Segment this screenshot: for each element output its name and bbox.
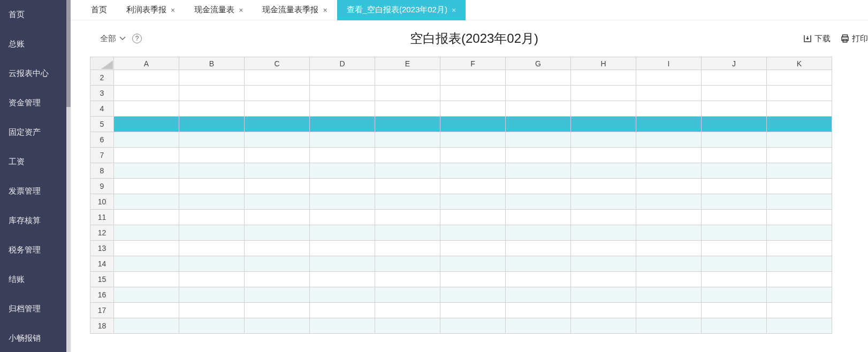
cell[interactable] bbox=[310, 241, 375, 256]
sidebar-item-close[interactable]: 结账 bbox=[0, 265, 71, 294]
cell[interactable] bbox=[179, 241, 245, 256]
cell[interactable] bbox=[440, 210, 506, 225]
cell[interactable] bbox=[114, 303, 179, 318]
cell[interactable] bbox=[179, 163, 245, 179]
col-header[interactable]: A bbox=[114, 57, 179, 70]
cell[interactable] bbox=[767, 287, 832, 303]
col-header[interactable]: J bbox=[702, 57, 767, 70]
col-header[interactable]: B bbox=[179, 57, 245, 70]
spreadsheet[interactable]: A B C D E F G H I J K 234567891011121314… bbox=[71, 57, 868, 352]
cell[interactable] bbox=[702, 179, 767, 194]
cell[interactable] bbox=[245, 210, 310, 225]
cell[interactable] bbox=[179, 225, 245, 241]
cell[interactable] bbox=[702, 194, 767, 210]
cell[interactable] bbox=[702, 70, 767, 86]
cell[interactable] bbox=[440, 70, 506, 86]
cell[interactable] bbox=[440, 117, 506, 132]
col-header[interactable]: C bbox=[245, 57, 310, 70]
cell[interactable] bbox=[179, 86, 245, 101]
cell[interactable] bbox=[506, 272, 571, 287]
row-header[interactable]: 17 bbox=[90, 303, 114, 318]
cell[interactable] bbox=[245, 225, 310, 241]
cell[interactable] bbox=[571, 303, 636, 318]
cell[interactable] bbox=[506, 132, 571, 148]
cell[interactable] bbox=[702, 101, 767, 117]
cell[interactable] bbox=[767, 101, 832, 117]
cell[interactable] bbox=[245, 132, 310, 148]
cell[interactable] bbox=[114, 86, 179, 101]
cell[interactable] bbox=[571, 210, 636, 225]
cell[interactable] bbox=[245, 86, 310, 101]
cell[interactable] bbox=[636, 117, 702, 132]
cell[interactable] bbox=[702, 256, 767, 272]
cell[interactable] bbox=[571, 163, 636, 179]
row-header[interactable]: 9 bbox=[90, 179, 114, 194]
row-header[interactable]: 6 bbox=[90, 132, 114, 148]
cell[interactable] bbox=[702, 148, 767, 163]
cell[interactable] bbox=[179, 256, 245, 272]
cell[interactable] bbox=[571, 225, 636, 241]
cell[interactable] bbox=[767, 179, 832, 194]
cell[interactable] bbox=[571, 117, 636, 132]
cell[interactable] bbox=[245, 241, 310, 256]
cell[interactable] bbox=[114, 241, 179, 256]
cell[interactable] bbox=[506, 256, 571, 272]
cell[interactable] bbox=[767, 194, 832, 210]
cell[interactable] bbox=[767, 132, 832, 148]
cell[interactable] bbox=[179, 117, 245, 132]
close-icon[interactable]: × bbox=[171, 6, 175, 14]
cell[interactable] bbox=[636, 287, 702, 303]
cell[interactable] bbox=[310, 179, 375, 194]
cell[interactable] bbox=[245, 148, 310, 163]
chevron-down-icon[interactable] bbox=[119, 36, 126, 41]
cell[interactable] bbox=[636, 179, 702, 194]
cell[interactable] bbox=[245, 117, 310, 132]
cell[interactable] bbox=[636, 225, 702, 241]
cell[interactable] bbox=[506, 148, 571, 163]
col-header[interactable]: I bbox=[636, 57, 702, 70]
sidebar-item-fixed-assets[interactable]: 固定资产 bbox=[0, 118, 71, 147]
cell[interactable] bbox=[636, 318, 702, 334]
cell[interactable] bbox=[506, 179, 571, 194]
cell[interactable] bbox=[375, 287, 440, 303]
cell[interactable] bbox=[506, 210, 571, 225]
cell[interactable] bbox=[440, 101, 506, 117]
cell[interactable] bbox=[702, 117, 767, 132]
filter-dropdown[interactable]: 全部 bbox=[100, 34, 116, 44]
cell[interactable] bbox=[571, 241, 636, 256]
cell[interactable] bbox=[571, 287, 636, 303]
cell[interactable] bbox=[440, 256, 506, 272]
cell[interactable] bbox=[245, 256, 310, 272]
cell[interactable] bbox=[179, 101, 245, 117]
row-header[interactable]: 14 bbox=[90, 256, 114, 272]
sidebar-item-cloud-report[interactable]: 云报表中心 bbox=[0, 59, 71, 88]
cell[interactable] bbox=[179, 210, 245, 225]
cell[interactable] bbox=[440, 163, 506, 179]
cell[interactable] bbox=[375, 70, 440, 86]
row-header[interactable]: 3 bbox=[90, 86, 114, 101]
cell[interactable] bbox=[571, 256, 636, 272]
cell[interactable] bbox=[310, 163, 375, 179]
download-button[interactable]: 下载 bbox=[803, 34, 831, 44]
cell[interactable] bbox=[245, 272, 310, 287]
cell[interactable] bbox=[702, 241, 767, 256]
cell[interactable] bbox=[571, 148, 636, 163]
cell[interactable] bbox=[506, 287, 571, 303]
select-all-corner[interactable] bbox=[90, 57, 114, 70]
cell[interactable] bbox=[702, 287, 767, 303]
cell[interactable] bbox=[310, 132, 375, 148]
cell[interactable] bbox=[375, 132, 440, 148]
cell[interactable] bbox=[114, 256, 179, 272]
cell[interactable] bbox=[179, 287, 245, 303]
col-header[interactable]: F bbox=[440, 57, 506, 70]
cell[interactable] bbox=[440, 318, 506, 334]
cell[interactable] bbox=[114, 287, 179, 303]
cell[interactable] bbox=[440, 194, 506, 210]
cell[interactable] bbox=[310, 86, 375, 101]
row-header[interactable]: 11 bbox=[90, 210, 114, 225]
cell[interactable] bbox=[114, 194, 179, 210]
cell[interactable] bbox=[636, 272, 702, 287]
col-header[interactable]: H bbox=[571, 57, 636, 70]
tab-cashflow[interactable]: 现金流量表 × bbox=[185, 0, 253, 20]
cell[interactable] bbox=[506, 163, 571, 179]
